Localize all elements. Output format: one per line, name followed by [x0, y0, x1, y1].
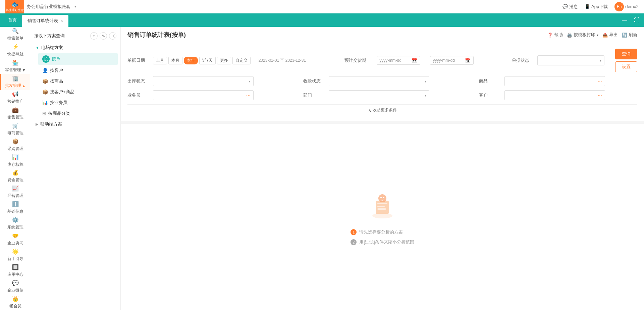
- sidebar-item-system[interactable]: ⚙️ 系统管理: [0, 216, 30, 231]
- sidebar-item-wechat[interactable]: 💬 企业微信: [0, 278, 30, 294]
- tab-close-btn[interactable]: ×: [61, 18, 63, 23]
- svg-point-6: [380, 197, 382, 198]
- app-center-icon: 🔲: [12, 264, 19, 270]
- logo: 🐟 畅捷通好生意: [5, 0, 24, 13]
- download-btn[interactable]: 📱 App下载: [585, 4, 608, 10]
- tree-item-by-staff[interactable]: 📊 按业务员: [38, 97, 118, 108]
- sidebar-item-enterprise[interactable]: 🤝 企业协同: [0, 231, 30, 247]
- customer-input[interactable]: ···: [504, 90, 605, 100]
- query-btn[interactable]: 查询: [615, 49, 637, 59]
- status-select[interactable]: ▾: [537, 55, 604, 65]
- sidebar-item-marketing[interactable]: 📢 营销推广: [0, 90, 30, 106]
- sidebar-item-search[interactable]: 🔍 搜索菜单: [0, 27, 30, 43]
- date-btn-custom[interactable]: 自定义: [232, 57, 251, 64]
- staff-label: 业务员: [127, 92, 148, 98]
- tree-item-by-customer[interactable]: 👤 按客户: [38, 65, 118, 76]
- tree-item-by-order[interactable]: 按 按单: [38, 53, 118, 65]
- tab-minimize-btn[interactable]: —: [620, 15, 629, 25]
- sidebar-item-operation[interactable]: 📈 经营管理: [0, 184, 30, 200]
- tip-2-text: 用[过滤]条件来缩小分析范围: [359, 239, 414, 245]
- user-menu[interactable]: Ea demo2: [614, 2, 639, 11]
- date-btn-this-year[interactable]: 本年: [184, 57, 198, 64]
- calendar-end-icon: 📅: [465, 58, 471, 63]
- status-label: 单据状态: [512, 57, 532, 63]
- sidebar-item-member[interactable]: 👑 畅会员: [0, 294, 30, 310]
- tab-active[interactable]: 销售订单统计表 ×: [22, 15, 68, 27]
- sidebar-item-sales[interactable]: 💼 销售管理: [0, 105, 30, 121]
- expected-date-end-input[interactable]: yyyy-mm-dd 📅: [430, 56, 474, 65]
- by-goods-icon: 📦: [42, 79, 48, 84]
- goods-input[interactable]: ···: [504, 76, 605, 86]
- sidebar-item-purchase[interactable]: 📦 采购管理: [0, 137, 30, 153]
- empty-tips: 1 请先选择要分析的方案 2 用[过滤]条件来缩小分析范围: [351, 229, 414, 245]
- date-btn-this-month[interactable]: 本月: [168, 57, 182, 64]
- newbie-icon: 🌟: [12, 248, 19, 255]
- tree-item-by-staff-label: 按业务员: [50, 100, 67, 106]
- operation-icon: 📈: [12, 185, 19, 192]
- sidebar-item-search-label: 搜索菜单: [7, 36, 23, 41]
- right-panel: 销售订单统计表(按单) ❓ 帮助 🖨️ 按模板打印 ▾ 📤 导出: [121, 27, 644, 310]
- date-btn-7days[interactable]: 近7天: [199, 57, 216, 64]
- sidebar-item-ecommerce[interactable]: 🛒 电商管理: [0, 121, 30, 137]
- edit-scheme-btn[interactable]: ✎: [100, 32, 107, 40]
- sidebar-item-purchase-label: 采购管理: [7, 146, 23, 152]
- sidebar-item-retail-label: 零售管理: [5, 67, 21, 73]
- refresh-btn[interactable]: 🔄 刷新: [622, 32, 637, 38]
- tab-home[interactable]: 首页: [3, 13, 22, 27]
- collapse-up-icon: ∧: [368, 108, 371, 113]
- staff-dots-icon[interactable]: ···: [246, 92, 251, 98]
- svg-point-7: [383, 197, 384, 198]
- help-btn[interactable]: ❓ 帮助: [547, 32, 563, 38]
- dept-select[interactable]: ▾: [329, 90, 429, 100]
- tree-item-by-customer-label: 按客户: [50, 67, 63, 73]
- sidebar-item-enterprise-label: 企业协同: [7, 240, 23, 246]
- app-title: 办公用品行业模拟账套: [27, 4, 70, 10]
- receipt-status-select[interactable]: ▾: [329, 76, 429, 86]
- app-dropdown-icon[interactable]: ▾: [74, 5, 76, 8]
- sidebar-item-inventory[interactable]: 📊 库存核算: [0, 153, 30, 168]
- sidebar-item-quick-nav[interactable]: ⚡ 快捷导航: [0, 43, 30, 58]
- sidebar-item-wholesale[interactable]: 🏢 批发管理 ▲: [0, 74, 30, 90]
- sidebar-item-sales-label: 销售管理: [7, 114, 23, 120]
- date-btn-last-month[interactable]: 上月: [153, 57, 167, 64]
- date-btn-more[interactable]: 更多: [217, 57, 231, 64]
- receipt-status-arrow-icon: ▾: [425, 80, 426, 83]
- sidebar-item-retail[interactable]: 🏪 零售管理 ▼: [0, 58, 30, 74]
- topbar: 🐟 畅捷通好生意 办公用品行业模拟账套 ▾ 💬 消息 📱 App下载 Ea de…: [0, 0, 644, 13]
- template-print-label: 按模板打印: [574, 32, 595, 38]
- sidebar-item-newbie[interactable]: 🌟 新手引导: [0, 247, 30, 263]
- out-status-select[interactable]: ▾: [153, 76, 254, 86]
- tab-maximize-btn[interactable]: ⛶: [632, 15, 641, 25]
- collapse-icon: 《: [111, 34, 115, 39]
- tree-item-by-category[interactable]: ⊞ 按商品分类: [38, 108, 118, 119]
- message-btn[interactable]: 💬 消息: [562, 4, 578, 10]
- date-input-group: yyyy-mm-dd 📅 — yyyy-mm-dd 📅: [377, 56, 474, 65]
- tip-1-text: 请先选择要分析的方案: [359, 229, 403, 235]
- tree-item-by-cust-goods[interactable]: 📦 按客户+商品: [38, 87, 118, 97]
- tree-arrow-mobile-icon: ▶: [36, 122, 38, 126]
- staff-input[interactable]: ···: [153, 90, 254, 100]
- goods-dots-icon[interactable]: ···: [598, 78, 602, 84]
- svg-rect-2: [377, 203, 387, 204]
- template-print-btn[interactable]: 🖨️ 按模板打印 ▾: [567, 32, 598, 38]
- search-icon: 🔍: [12, 28, 19, 34]
- sidebar-item-finance[interactable]: 💰 资金管理: [0, 168, 30, 184]
- main-layout: 🔍 搜索菜单 ⚡ 快捷导航 🏪 零售管理 ▼ 🏢 批发管理 ▲ 📢 营销推广: [0, 27, 644, 310]
- tree-section-mobile[interactable]: ▶ 移动端方案: [33, 119, 118, 130]
- collapse-panel-btn[interactable]: 《: [109, 32, 116, 40]
- logo-label: 畅捷通好生意: [6, 8, 24, 12]
- export-btn[interactable]: 📤 导出: [602, 32, 618, 38]
- expected-date-start-input[interactable]: yyyy-mm-dd 📅: [377, 56, 420, 65]
- add-scheme-btn[interactable]: +: [90, 32, 98, 40]
- settings-btn[interactable]: 设置: [615, 61, 637, 72]
- tree-item-by-goods[interactable]: 📦 按商品: [38, 76, 118, 87]
- tree-section-pc[interactable]: ▼ 电脑端方案: [33, 42, 118, 53]
- sidebar-item-finance-label: 资金管理: [7, 177, 23, 183]
- sidebar-item-basic[interactable]: ℹ️ 基础信息: [0, 200, 30, 216]
- customer-dots-icon[interactable]: ···: [598, 92, 602, 98]
- help-label: 帮助: [554, 32, 563, 38]
- sidebar: 🔍 搜索菜单 ⚡ 快捷导航 🏪 零售管理 ▼ 🏢 批发管理 ▲ 📢 营销推广: [0, 27, 30, 310]
- sidebar-item-app-center[interactable]: 🔲 应用中心: [0, 263, 30, 278]
- collapse-filter-btn[interactable]: ∧ 收起更多条件: [127, 104, 637, 116]
- action-btns: 查询 设置: [615, 49, 637, 72]
